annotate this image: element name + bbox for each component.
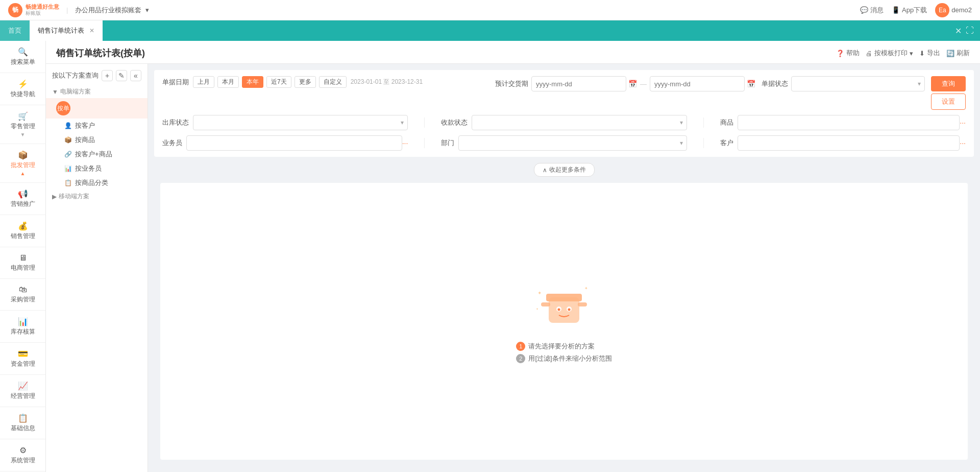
mobile-expand-icon: ▶: [52, 193, 57, 200]
svg-text:✦: ✦: [537, 290, 542, 296]
sidebar-marketing-label: 营销推广: [11, 200, 35, 208]
cal-end-icon[interactable]: 📅: [747, 80, 755, 88]
sidebar-item-quick-nav[interactable]: ⚡ 快捷导航: [0, 73, 45, 105]
tree-node-by-customer-product[interactable]: 🔗 按客户+商品: [46, 147, 148, 161]
print-arrow-icon: ▾: [910, 50, 913, 57]
retail-arrow: ▼: [20, 132, 26, 137]
tab-home[interactable]: 首页: [0, 20, 30, 41]
customer-more-btn[interactable]: ···: [960, 139, 966, 147]
sidebar-item-basic[interactable]: 📋 基础信息: [0, 407, 45, 439]
breadcrumb-dropdown[interactable]: ▾: [145, 6, 149, 14]
tree-node-by-category[interactable]: 📋 按商品分类: [46, 176, 148, 190]
tree-node-by-order[interactable]: 按单: [46, 98, 148, 119]
avatar: Ea: [935, 3, 949, 17]
product-cell: 商品 ···: [712, 115, 966, 130]
product-node-icon: 📦: [64, 136, 72, 144]
message-action[interactable]: 💬 消息: [860, 6, 884, 15]
product-input[interactable]: [738, 115, 960, 130]
help-label: 帮助: [846, 49, 860, 58]
wholesale-arrow: ▲: [20, 171, 26, 176]
row3-divider1: [424, 138, 425, 148]
placeholder-hint-1: 1 请先选择要分析的方案: [516, 342, 611, 351]
customer-input[interactable]: [738, 135, 960, 151]
logo-area: 畅 畅捷通好生意 标账版: [8, 3, 59, 17]
username-label: demo2: [951, 6, 972, 14]
stock-status-select[interactable]: [193, 115, 408, 130]
expected-date-end[interactable]: [650, 76, 745, 91]
date-btn-last-month[interactable]: 上月: [193, 76, 214, 88]
by-cust-prod-label: 按客户+商品: [75, 150, 112, 159]
sidebar-item-ecommerce[interactable]: 🖥 电商管理: [0, 247, 45, 279]
action-buttons: 查询 设置: [931, 76, 966, 110]
date-btn-more[interactable]: 更多: [295, 76, 316, 88]
date-btn-this-month[interactable]: 本月: [217, 76, 239, 88]
expected-date-start[interactable]: [531, 76, 626, 91]
salesman-input[interactable]: [186, 135, 402, 151]
hint-num-1: 1: [516, 342, 525, 351]
filter-row-1: 单据日期 上月 本月 本年 近7天 更多 自定义 2023-01-01 至 20…: [162, 76, 966, 110]
refresh-action[interactable]: 🔄 刷新: [946, 49, 970, 58]
sidebar-item-purchase[interactable]: 🛍 采购管理: [0, 279, 45, 311]
tree-collapse-btn[interactable]: «: [130, 70, 141, 81]
receipt-status-select[interactable]: [472, 115, 687, 130]
product-more-btn[interactable]: ···: [960, 119, 966, 127]
tree-edit-btn[interactable]: ✎: [116, 70, 127, 81]
date-btn-this-year[interactable]: 本年: [242, 76, 263, 88]
tab-close-btn[interactable]: ✕: [89, 27, 94, 34]
sidebar-item-inventory[interactable]: 📊 库存核算: [0, 311, 45, 343]
tab-minimize-btn[interactable]: ✕: [955, 26, 962, 36]
tree-section-pc: ▼ 电脑端方案: [46, 85, 148, 98]
main-layout: 🔍 搜索菜单 ⚡ 快捷导航 🛒 零售管理 ▼ 📦 批发管理 ▲ 📢 营销推广 💰…: [0, 41, 980, 472]
cal-start-icon[interactable]: 📅: [628, 80, 637, 88]
by-order-dot: 按单: [56, 101, 70, 115]
sidebar-item-retail[interactable]: 🛒 零售管理 ▼: [0, 105, 45, 144]
app-download-icon: 📱: [892, 6, 900, 14]
svg-rect-7: [578, 302, 587, 306]
salesman-more-btn[interactable]: ···: [402, 139, 408, 147]
date-btn-custom[interactable]: 自定义: [319, 76, 347, 88]
message-label: 消息: [870, 6, 884, 15]
tree-node-by-product[interactable]: 📦 按商品: [46, 133, 148, 147]
expected-date-label: 预计交货期: [495, 79, 528, 88]
tree-add-btn[interactable]: +: [102, 70, 113, 81]
collapse-filters-btn[interactable]: ∧ 收起更多条件: [534, 163, 595, 177]
app-download-action[interactable]: 📱 App下载: [892, 6, 927, 15]
help-action[interactable]: ❓ 帮助: [836, 49, 860, 58]
purchase-icon: 🛍: [19, 285, 27, 294]
hint-text-1: 请先选择要分析的方案: [528, 342, 595, 351]
search-button[interactable]: 查询: [931, 76, 966, 91]
dept-filter-label: 部门: [441, 138, 454, 148]
quick-nav-icon: ⚡: [18, 79, 28, 89]
status-filter: 单据状态 ▾: [762, 76, 925, 91]
status-select[interactable]: [791, 76, 925, 91]
collapse-up-icon: ∧: [543, 167, 547, 174]
sidebar-item-wholesale[interactable]: 📦 批发管理 ▲: [0, 144, 45, 183]
sidebar-item-system[interactable]: ⚙ 系统管理: [0, 439, 45, 471]
date-filter-label: 单据日期: [162, 78, 189, 87]
sidebar-item-operation[interactable]: 📈 经营管理: [0, 375, 45, 407]
svg-point-4: [558, 309, 560, 311]
tree-node-by-salesman[interactable]: 📊 按业务员: [46, 161, 148, 176]
page-header: 销售订单统计表(按单) ❓ 帮助 🖨 按模板打印 ▾ ⬇ 导出 🔄 刷新: [46, 41, 980, 64]
date-buttons-group: 上月 本月 本年 近7天 更多 自定义: [193, 76, 347, 88]
salesman-input-area: ···: [186, 135, 408, 151]
customer-input-area: ···: [738, 135, 966, 151]
sidebar-retail-label: 零售管理: [11, 122, 35, 131]
sidebar-item-marketing[interactable]: 📢 营销推广: [0, 183, 45, 215]
sidebar-item-search[interactable]: 🔍 搜索菜单: [0, 41, 45, 73]
right-panel: 单据日期 上月 本月 本年 近7天 更多 自定义 2023-01-01 至 20…: [148, 64, 980, 472]
sidebar-item-sales[interactable]: 💰 销售管理: [0, 215, 45, 247]
export-action[interactable]: ⬇ 导出: [919, 49, 940, 58]
user-action[interactable]: Ea demo2: [935, 3, 972, 17]
tree-node-by-customer[interactable]: 👤 按客户: [46, 119, 148, 133]
sidebar-quick-label: 快捷导航: [11, 90, 35, 99]
sidebar-item-finance[interactable]: 💳 资金管理: [0, 343, 45, 375]
setting-button[interactable]: 设置: [931, 93, 966, 110]
date-btn-7days[interactable]: 近7天: [266, 76, 291, 88]
dept-select[interactable]: [458, 135, 687, 151]
template-print-action[interactable]: 🖨 按模板打印 ▾: [866, 49, 913, 58]
tab-maximize-btn[interactable]: ⛶: [966, 26, 974, 35]
stock-status-label: 出库状态: [162, 118, 189, 127]
status-select-wrap: ▾: [791, 76, 925, 91]
tab-sales-order[interactable]: 销售订单统计表 ✕: [30, 20, 103, 41]
